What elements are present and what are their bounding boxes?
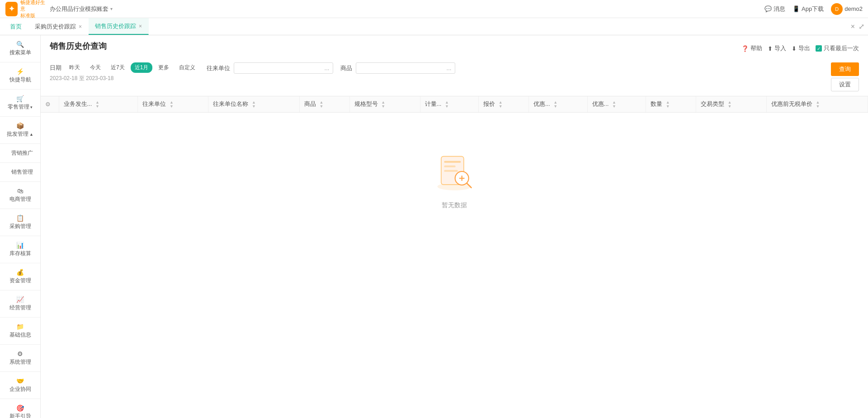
source-unit-dots: ... [325,65,330,71]
page-title: 销售历史价查询 [50,41,107,52]
th-unit[interactable]: 计量... ▲▼ [420,96,479,112]
sidebar-item-guide[interactable]: 🎯 新手引导 [0,399,40,418]
sort-icon-discount2: ▲▼ [612,100,616,109]
date-btn-last7[interactable]: 近7天 [107,62,129,73]
page-header-section: 销售历史价查询 ❓ 帮助 ⬆ 导入 ⬇ 导出 ✓ [41,35,868,96]
query-button[interactable]: 查询 [831,62,859,76]
table-container: ⚙ 业务发生... ▲▼ 往来单位 ▲▼ 往来单位名称 ▲▼ [41,96,868,418]
sidebar-item-basic-info[interactable]: 📁 基础信息 [0,318,40,345]
close-tab-sales-icon[interactable]: × [139,23,142,29]
th-pretax-price-label: 优惠前无税单价 [771,100,812,107]
ecommerce-icon: 🛍 [17,187,24,195]
date-filter: 日期 昨天 今天 近7天 近1月 更多 自定义 2023-02-18 至 202… [50,62,199,82]
th-biz-date[interactable]: 业务发生... ▲▼ [59,96,138,112]
page-actions: ❓ 帮助 ⬆ 导入 ⬇ 导出 ✓ 只看最后一次 [741,44,859,52]
import-button[interactable]: ⬆ 导入 [768,44,786,52]
th-pretax-price[interactable]: 优惠前无税单价 ▲▼ [766,96,868,112]
basic-info-icon: 📁 [16,323,24,330]
date-btn-today[interactable]: 今天 [86,62,105,73]
finance-icon: 💰 [16,269,24,276]
product-input[interactable]: ... [356,62,455,74]
system-icon: ⚙ [17,350,23,357]
avatar: D [831,3,843,15]
date-btn-last1m[interactable]: 近1月 [131,62,153,73]
help-button[interactable]: ❓ 帮助 [741,44,762,52]
phone-icon: 📱 [793,5,800,12]
th-settings: ⚙ [41,96,59,112]
checkbox-checked-icon: ✓ [816,45,822,52]
sort-icon-unit-code: ▲▼ [170,100,174,109]
data-table: ⚙ 业务发生... ▲▼ 往来单位 ▲▼ 往来单位名称 ▲▼ [41,96,868,113]
th-discount2[interactable]: 优惠... ▲▼ [587,96,646,112]
msg-button[interactable]: 💬 消息 [764,5,785,13]
th-product-label: 商品 [304,100,316,107]
search-icon: 🔍 [16,41,24,48]
source-unit-filter: 往来单位 ... [207,62,333,74]
close-window-icon[interactable]: × [851,23,855,31]
sidebar-item-finance[interactable]: 💰 资金管理 [0,263,40,290]
sidebar-item-search-menu[interactable]: 🔍 搜索菜单 [0,35,40,62]
only-last-checkbox[interactable]: ✓ 只看最后一次 [816,44,859,52]
close-tab-purchase-icon[interactable]: × [79,24,82,30]
app-download-button[interactable]: 📱 App下载 [793,5,824,13]
th-unit-code[interactable]: 往来单位 ▲▼ [138,96,208,112]
th-quote[interactable]: 报价 ▲▼ [479,96,529,112]
th-spec[interactable]: 规格型号 ▲▼ [349,96,420,112]
export-button[interactable]: ⬇ 导出 [792,44,810,52]
date-label: 日期 [50,64,61,72]
sidebar-item-operations[interactable]: 📈 经营管理 [0,290,40,318]
sidebar-item-quick-nav[interactable]: ⚡ 快捷导航 [0,62,40,90]
th-unit-name[interactable]: 往来单位名称 ▲▼ [208,96,299,112]
th-product[interactable]: 商品 ▲▼ [299,96,349,112]
wholesale-icon: 📦 [16,122,24,129]
tab-purchase-history[interactable]: 采购历史价跟踪 × [28,18,89,35]
table-settings-icon[interactable]: ⚙ [45,101,51,108]
chevron-up-icon: ▲ [29,132,33,137]
th-spec-label: 规格型号 [354,100,378,107]
th-qty[interactable]: 数量 ▲▼ [646,96,696,112]
logo-text: 畅捷通好生意 标准版 [20,0,46,19]
th-trade-type[interactable]: 交易类型 ▲▼ [696,96,766,112]
tab-sales-history[interactable]: 销售历史价跟踪 × [89,18,149,35]
sort-icon-pretax-price: ▲▼ [816,100,820,109]
export-icon: ⬇ [792,45,797,52]
nav-dropdown[interactable]: 办公用品行业模拟账套 ▾ [50,5,113,13]
source-unit-input[interactable]: ... [234,62,333,74]
settings-button[interactable]: 设置 [831,78,859,91]
date-btn-custom[interactable]: 自定义 [175,62,199,73]
sidebar-item-inventory[interactable]: 📊 库存核算 [0,236,40,263]
enterprise-icon: 🤝 [16,377,24,385]
user-avatar-button[interactable]: D demo2 [831,3,863,15]
sort-icon-product: ▲▼ [319,100,323,109]
svg-rect-2 [444,161,461,162]
th-biz-date-label: 业务发生... [64,100,92,107]
sidebar-item-wholesale-mgmt[interactable]: 📦 批发管理 ▲ [0,117,40,144]
main-layout: 🔍 搜索菜单 ⚡ 快捷导航 🛒 零售管理 ▾ 📦 批发管理 ▲ 营销推广 销售管… [0,35,868,418]
th-unit-code-label: 往来单位 [142,100,166,107]
sort-icon-quote: ▲▼ [499,100,503,109]
sidebar-item-ecommerce[interactable]: 🛍 电商管理 [0,182,40,209]
filter-row: 日期 昨天 今天 近7天 近1月 更多 自定义 2023-02-18 至 202… [41,60,868,96]
th-unit-name-label: 往来单位名称 [213,100,248,107]
logo-area: ✦ 畅捷通好生意 标准版 [5,0,46,19]
th-trade-type-label: 交易类型 [701,100,724,107]
chevron-down-icon: ▾ [30,105,33,109]
tab-bar-actions: × ⤢ [851,22,864,31]
help-icon: ❓ [741,45,749,52]
sidebar-item-system[interactable]: ⚙ 系统管理 [0,345,40,372]
sidebar-item-retail-mgmt[interactable]: 🛒 零售管理 ▾ [0,90,40,117]
date-btn-more[interactable]: 更多 [154,62,173,73]
tab-home[interactable]: 首页 [4,18,28,35]
sidebar-item-marketing[interactable]: 营销推广 [0,144,40,163]
fullscreen-icon[interactable]: ⤢ [859,22,864,31]
th-qty-label: 数量 [651,100,662,107]
sidebar-item-enterprise[interactable]: 🤝 企业协同 [0,372,40,399]
import-icon: ⬆ [768,45,773,52]
sidebar-item-purchase-mgmt[interactable]: 📋 采购管理 [0,209,40,236]
inventory-icon: 📊 [16,242,24,249]
query-buttons: 查询 设置 [831,62,859,91]
th-discount1[interactable]: 优惠... ▲▼ [528,96,587,112]
date-btn-yesterday[interactable]: 昨天 [65,62,84,73]
sort-icon-unit-name: ▲▼ [252,100,256,109]
sidebar-item-sales-mgmt[interactable]: 销售管理 [0,163,40,182]
